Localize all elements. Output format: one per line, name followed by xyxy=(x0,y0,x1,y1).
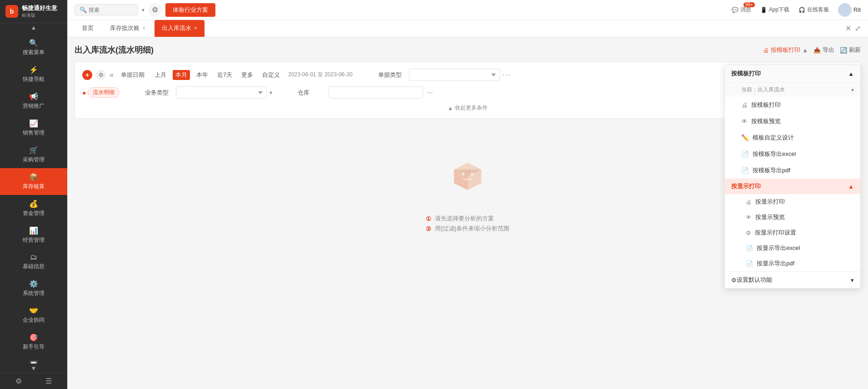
date-custom[interactable]: 自定义 xyxy=(259,70,283,80)
dropdown-item-export-excel-template[interactable]: 📄 按模板导出excel xyxy=(725,146,860,162)
sidebar-item-sales[interactable]: 📈 销售管理 xyxy=(0,115,67,141)
svg-point-4 xyxy=(462,173,464,175)
dropdown-item-preview[interactable]: 👁 按模板预览 xyxy=(725,113,860,130)
search-icon: 🔍 xyxy=(80,6,87,13)
sidebar-item-guide[interactable]: 🎯 新手引导 xyxy=(0,329,67,355)
sidebar-logo: b 畅捷通好生意 标准版 xyxy=(0,0,67,23)
dropdown-display-preview[interactable]: 👁 按显示预览 xyxy=(725,209,860,225)
sidebar-item-purchase[interactable]: 🛒 采购管理 xyxy=(0,141,67,168)
tabs-bar: 首页 库存批次账 × 出入库流水 × ✕ ⤢ xyxy=(67,20,868,37)
filter-collapse-btn[interactable]: « xyxy=(110,71,114,79)
search-input[interactable] xyxy=(89,7,134,13)
dropdown-item-print[interactable]: 🖨 按模板打印 xyxy=(725,97,860,113)
quick-nav-icon: ⚡ xyxy=(29,65,38,74)
inventory-icon: 📦 xyxy=(29,173,38,181)
user-avatar-btn[interactable]: Rit xyxy=(838,3,861,17)
sidebar-item-operations[interactable]: 📊 经营管理 xyxy=(0,222,67,249)
avatar xyxy=(838,3,852,17)
sidebar-item-quick-nav[interactable]: ⚡ 快捷导航 xyxy=(0,61,67,88)
export-icon: 📤 xyxy=(813,47,821,54)
dropdown-display-export-pdf[interactable]: 📄 按显示导出pdf xyxy=(725,256,860,271)
print-template-btn[interactable]: 🖨 按模板打印 ▲ xyxy=(763,46,808,54)
filter-settings-btn[interactable]: ⚙ xyxy=(96,70,106,80)
date-last-7days[interactable]: 近7天 xyxy=(215,70,235,80)
date-this-month[interactable]: 本月 xyxy=(173,70,190,80)
sidebar-item-basics[interactable]: 🗂 基础信息 xyxy=(0,249,67,275)
tab-expand-btn[interactable]: ⤢ xyxy=(855,24,861,33)
dropdown-collapse-icon[interactable]: ▲ xyxy=(848,70,854,77)
empty-step-2: ② 用[过滤]条件来缩小分析范围 xyxy=(426,224,509,233)
sidebar-item-app-center[interactable]: 🔲 应用中心 xyxy=(0,355,67,364)
date-this-year[interactable]: 本年 xyxy=(194,70,211,80)
dropdown-display-print[interactable]: 🖨 按显示打印 xyxy=(725,194,860,209)
sidebar-scroll-up[interactable]: ▲ xyxy=(0,23,67,32)
message-btn[interactable]: 💬 消息 99+ xyxy=(732,6,751,14)
type-more-btn[interactable]: ··· xyxy=(503,71,511,79)
filter-add-row: + ⚙ « xyxy=(82,70,114,80)
sidebar-item-inventory[interactable]: 📦 库存核算 xyxy=(0,168,67,195)
type-label: 单据类型 xyxy=(378,71,405,79)
type-select[interactable] xyxy=(409,69,500,81)
tab-inventory-flow[interactable]: 出入库流水 × xyxy=(155,20,205,37)
display-pdf-icon: 📄 xyxy=(746,260,753,267)
search-dropdown-icon[interactable]: ▾ xyxy=(142,7,145,13)
app-download-icon: 📱 xyxy=(760,7,767,13)
sidebar-bottom: ⚙ ☰ xyxy=(0,373,67,389)
sidebar: b 畅捷通好生意 标准版 ▲ 🔍 搜索菜单 ⚡ 快捷导航 📢 营销推广 📈 销售… xyxy=(0,0,67,389)
sidebar-menu-btn[interactable]: ☰ xyxy=(45,377,52,385)
dropdown-display-export-excel[interactable]: 📄 按显示导出excel xyxy=(725,240,860,256)
message-icon: 💬 xyxy=(732,7,738,13)
online-service-btn[interactable]: 🎧 在线客服 xyxy=(798,6,829,14)
sidebar-nav: 🔍 搜索菜单 ⚡ 快捷导航 📢 营销推广 📈 销售管理 🛒 采购管理 📦 库存核… xyxy=(0,32,67,364)
header-left: 🔍 ▾ ⚙ 体验行业方案 xyxy=(75,3,215,17)
empty-steps: ① 请先选择要分析的方案 ② 用[过滤]条件来缩小分析范围 xyxy=(426,213,509,234)
marketing-icon: 📢 xyxy=(29,92,38,101)
page-actions: 🖨 按模板打印 ▲ 📤 导出 🔄 刷新 xyxy=(763,46,861,54)
system-icon: ⚙️ xyxy=(29,279,38,288)
sidebar-settings-btn[interactable]: ⚙ xyxy=(15,377,22,385)
finance-icon: 💰 xyxy=(29,199,38,208)
sidebar-item-cooperation[interactable]: 🤝 企业协同 xyxy=(0,302,67,329)
headset-icon: 🎧 xyxy=(798,7,805,13)
cooperation-icon: 🤝 xyxy=(29,306,38,315)
header-gear-btn[interactable]: ⚙ xyxy=(148,3,162,17)
tag-icon: ● xyxy=(82,89,86,96)
date-more[interactable]: 更多 xyxy=(239,70,256,80)
sidebar-scroll-down[interactable]: ▼ xyxy=(0,364,67,373)
tab-close-batch-account[interactable]: × xyxy=(142,25,145,31)
tab-close-inventory-flow[interactable]: × xyxy=(194,25,197,31)
sidebar-item-marketing[interactable]: 📢 营销推广 xyxy=(0,88,67,115)
header-right: 💬 消息 99+ 📱 App下载 🎧 在线客服 Rit xyxy=(732,3,861,17)
dropdown-display-print-settings[interactable]: ⚙ 按显示打印设置 xyxy=(725,225,860,240)
sidebar-item-system[interactable]: ⚙️ 系统管理 xyxy=(0,275,67,302)
warehouse-input[interactable] xyxy=(329,86,423,99)
trial-btn[interactable]: 体验行业方案 xyxy=(165,3,215,17)
tab-home[interactable]: 首页 xyxy=(75,20,101,37)
print-icon: 🖨 xyxy=(763,47,769,54)
print-dropdown-panel: 按模板打印 ▲ 当前：出入库流水 ▾ 🖨 按模板打印 👁 按模板预览 ✏️ 模板… xyxy=(724,65,861,289)
dropdown-section-display[interactable]: 按显示打印 ▲ xyxy=(725,179,860,194)
dropdown-item-export-pdf-template[interactable]: 📄 按模板导出pdf xyxy=(725,162,860,179)
sidebar-item-finance[interactable]: 💰 资金管理 xyxy=(0,195,67,222)
filter-add-btn[interactable]: + xyxy=(82,70,92,80)
export-btn[interactable]: 📤 导出 xyxy=(813,46,834,54)
business-type-select[interactable] xyxy=(176,86,267,99)
tab-close-all-btn[interactable]: ✕ xyxy=(845,24,851,33)
app-download-btn[interactable]: 📱 App下载 xyxy=(760,6,789,14)
refresh-btn[interactable]: 🔄 刷新 xyxy=(840,46,861,54)
warehouse-more-btn[interactable]: ··· xyxy=(427,89,433,97)
tab-batch-account[interactable]: 库存批次账 × xyxy=(103,20,153,37)
tag-flow-detail[interactable]: 流水明细 xyxy=(88,87,120,98)
filter-tags: ● 流水明细 xyxy=(82,87,120,98)
date-last-month[interactable]: 上月 xyxy=(152,70,169,80)
main-area: 🔍 ▾ ⚙ 体验行业方案 💬 消息 99+ 📱 App下载 🎧 在线客服 xyxy=(67,0,868,389)
dropdown-item-custom-design[interactable]: ✏️ 模板自定义设计 xyxy=(725,130,860,146)
ellipsis-icon: ··· xyxy=(503,71,511,79)
sidebar-item-search[interactable]: 🔍 搜索菜单 xyxy=(0,34,67,61)
dropdown-header: 按模板打印 ▲ xyxy=(725,65,860,83)
dropdown-footer[interactable]: ⚙ 设置默认功能 ▾ xyxy=(725,271,860,288)
svg-point-5 xyxy=(471,173,474,175)
sales-icon: 📈 xyxy=(29,119,38,128)
pdf-template-icon: 📄 xyxy=(741,167,749,174)
page-header: 出入库流水(流水明细) 🖨 按模板打印 ▲ 📤 导出 🔄 刷新 xyxy=(75,45,861,55)
